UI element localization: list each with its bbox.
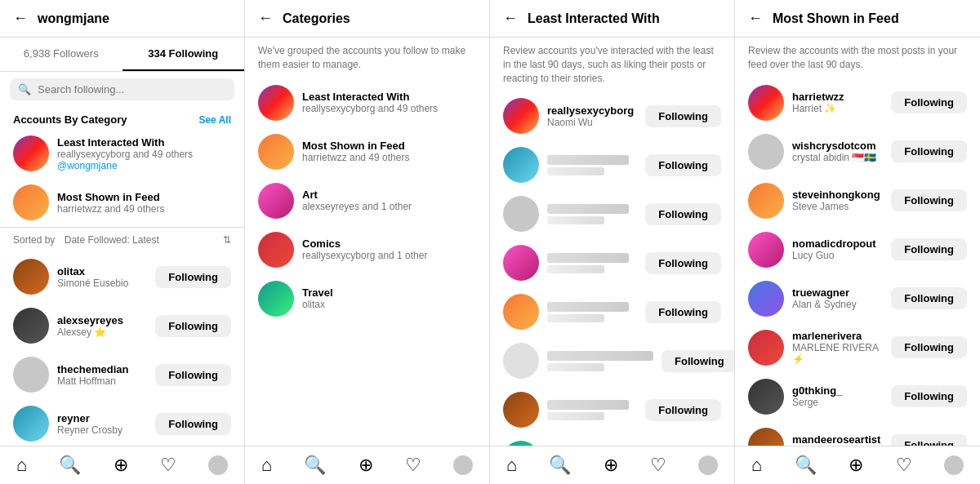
user-item-blurred-5: Following xyxy=(490,336,734,385)
see-all-button[interactable]: See All xyxy=(198,114,231,126)
username-alexseyreyes: alexseyreyes xyxy=(57,314,147,326)
following-btn-truewagner[interactable]: Following xyxy=(891,287,967,309)
search-input[interactable] xyxy=(38,83,226,95)
cat-item-travel[interactable]: Travel olitax xyxy=(245,274,489,323)
nav-home-icon-2[interactable]: ⌂ xyxy=(261,455,272,476)
nav-home-icon[interactable]: ⌂ xyxy=(16,455,27,476)
back-icon-4[interactable]: ← xyxy=(748,10,763,27)
nav-heart-icon-4[interactable]: ♡ xyxy=(896,455,912,476)
cat-name-most: Most Shown in Feed xyxy=(302,140,409,152)
cat-item-comics[interactable]: Comics reallysexycyborg and 1 other xyxy=(245,225,489,274)
following-btn-p3-2[interactable]: Following xyxy=(645,154,721,176)
cat-item-art[interactable]: Art alexseyreyes and 1 other xyxy=(245,176,489,225)
following-btn-alexseyreyes[interactable]: Following xyxy=(155,315,231,337)
avatar-steveinhongkong xyxy=(748,183,784,219)
following-btn-p3-7[interactable]: Following xyxy=(645,399,721,421)
user-item-blurred-3: Following xyxy=(490,238,734,287)
panel2-title: Categories xyxy=(283,11,350,26)
username-reyner: reyner xyxy=(57,412,147,424)
username-thechemedian: thechemedian xyxy=(57,363,147,375)
following-btn-reyner[interactable]: Following xyxy=(155,413,231,435)
blurred-name-6 xyxy=(547,400,629,410)
following-btn-wishcrysdotcom[interactable]: Following xyxy=(891,140,967,162)
tab-bar: 6,938 Followers 334 Following xyxy=(0,38,244,72)
tab-following[interactable]: 334 Following xyxy=(122,38,245,71)
category-name-least: Least Interacted With xyxy=(57,136,193,149)
nav-add-icon-3[interactable]: ⊕ xyxy=(604,455,618,476)
blurred-name-2 xyxy=(547,204,629,214)
avatar-wishcrysdotcom xyxy=(748,134,784,170)
avatar-blurred-1 xyxy=(503,147,539,183)
nav-search-icon[interactable]: 🔍 xyxy=(59,455,81,476)
following-btn-steveinhongkong[interactable]: Following xyxy=(891,189,967,211)
nav-search-icon-3[interactable]: 🔍 xyxy=(549,455,571,476)
sort-value: Date Followed: Latest xyxy=(65,234,159,246)
following-btn-marlenerivera[interactable]: Following xyxy=(891,336,967,358)
nav-add-icon-4[interactable]: ⊕ xyxy=(849,455,863,476)
username-truewagner: truewagner xyxy=(792,286,883,299)
avatar-truewagner xyxy=(748,281,784,317)
tab-followers[interactable]: 6,938 Followers xyxy=(0,38,122,71)
nav-heart-icon-2[interactable]: ♡ xyxy=(405,455,421,476)
sort-icon[interactable]: ⇅ xyxy=(223,234,231,246)
displayname-truewagner: Alan & Sydney xyxy=(792,299,883,310)
avatar-reyner xyxy=(13,406,49,442)
following-btn-p3-5[interactable]: Following xyxy=(645,301,721,323)
blurred-sub-1 xyxy=(547,167,604,175)
following-btn-p3-4[interactable]: Following xyxy=(645,252,721,274)
displayname-thechemedian: Matt Hoffman xyxy=(57,375,147,387)
cat-name-travel: Travel xyxy=(302,286,333,299)
displayname-marlenerivera: MARLENE RIVERA ⚡ xyxy=(792,342,883,365)
following-btn-nomadicdropout[interactable]: Following xyxy=(891,238,967,260)
following-btn-p3-6[interactable]: Following xyxy=(662,350,734,372)
search-bar[interactable]: 🔍 xyxy=(10,78,234,100)
user-item-g0thking_: g0thking_ Serge Following xyxy=(735,372,980,421)
nav-home-icon-4[interactable]: ⌂ xyxy=(751,455,762,476)
back-icon-2[interactable]: ← xyxy=(258,10,273,27)
nav-add-icon[interactable]: ⊕ xyxy=(114,455,128,476)
blurred-sub-2 xyxy=(547,216,604,224)
nav-heart-icon-3[interactable]: ♡ xyxy=(650,455,666,476)
displayname-alexseyreyes: Alexsey ⭐ xyxy=(57,326,147,338)
panel4-subtitle: Review the accounts with the most posts … xyxy=(735,38,980,78)
nav-search-icon-4[interactable]: 🔍 xyxy=(795,455,817,476)
nav-home-icon-3[interactable]: ⌂ xyxy=(506,455,517,476)
avatar-blurred-6 xyxy=(503,392,539,428)
following-btn-mandeeroseartist[interactable]: Following xyxy=(891,434,967,446)
category-least-interacted[interactable]: Least Interacted With reallysexycyborg a… xyxy=(0,129,244,178)
cat-item-least-interacted[interactable]: Least Interacted With reallysexycyborg a… xyxy=(245,78,489,127)
nav-profile-icon[interactable] xyxy=(208,455,228,475)
nav-profile-icon-3[interactable] xyxy=(698,455,718,475)
bottom-nav-panel2: ⌂ 🔍 ⊕ ♡ xyxy=(245,446,489,484)
nav-search-icon-2[interactable]: 🔍 xyxy=(304,455,326,476)
following-btn-g0thking_[interactable]: Following xyxy=(891,385,967,407)
back-icon-3[interactable]: ← xyxy=(503,10,518,27)
category-most-shown[interactable]: Most Shown in Feed harrietwzz and 49 oth… xyxy=(0,178,244,227)
user-item-blurred-6: Following xyxy=(490,385,734,434)
following-btn-olitax[interactable]: Following xyxy=(155,266,231,288)
nav-add-icon-2[interactable]: ⊕ xyxy=(359,455,373,476)
user-item-olitax: olitax Simoné Eusebio Following xyxy=(0,252,244,301)
user-item-wishcrysdotcom: wishcrysdotcom crystal abidin 🇸🇬🇸🇪 Follo… xyxy=(735,127,980,176)
nav-heart-icon[interactable]: ♡ xyxy=(160,455,176,476)
following-btn-thechemedian[interactable]: Following xyxy=(155,364,231,386)
user-item-mandeeroseartist: mandeeroseartist Mandee Rose Following xyxy=(735,421,980,446)
username-mandeeroseartist: mandeeroseartist xyxy=(792,433,883,446)
displayname-wishcrysdotcom: crystal abidin 🇸🇬🇸🇪 xyxy=(792,152,883,163)
nav-profile-icon-4[interactable] xyxy=(944,455,964,475)
cat-sub-most: harrietwzz and 49 others xyxy=(302,152,409,163)
following-btn-p3-1[interactable]: Following xyxy=(645,105,721,127)
sort-label: Sorted by xyxy=(13,234,55,246)
following-btn-p3-3[interactable]: Following xyxy=(645,203,721,225)
cat-item-most-shown[interactable]: Most Shown in Feed harrietwzz and 49 oth… xyxy=(245,127,489,176)
avatar-alexseyreyes xyxy=(13,308,49,344)
panel-following-list: ← wongmjane 6,938 Followers 334 Followin… xyxy=(0,0,245,484)
panel1-title: wongmjane xyxy=(38,11,109,26)
nav-profile-icon-2[interactable] xyxy=(453,455,473,475)
cat-name-least: Least Interacted With xyxy=(302,91,438,103)
following-btn-harrietwzz[interactable]: Following xyxy=(891,91,967,113)
avatar-blurred-4 xyxy=(503,294,539,330)
category-sub-least: reallysexycyborg and 49 others xyxy=(57,149,193,160)
back-icon[interactable]: ← xyxy=(13,10,28,27)
avatar-thechemedian xyxy=(13,357,49,393)
